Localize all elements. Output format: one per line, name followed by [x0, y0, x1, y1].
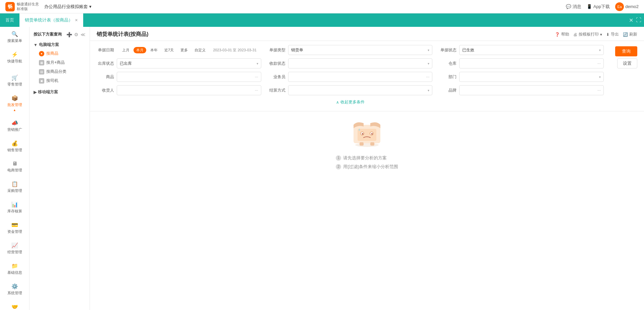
- warehouse-filter-cell: 仓库 ···: [439, 58, 604, 68]
- svg-point-6: [371, 133, 373, 135]
- scheme-by-goods[interactable]: ● 按商品: [30, 49, 90, 58]
- collapse-icon: ∧: [336, 100, 339, 105]
- salesperson-select[interactable]: ···: [288, 72, 433, 82]
- help-icon: ❓: [555, 32, 560, 37]
- topbar: 畅 畅捷通好生意 标准版 办公用品行业模拟账套 ▾ 💬 消息 📱 App下载 E…: [0, 0, 644, 13]
- page-actions: ❓ 帮助 🖨 按模板打印 ▾ ⬇ 导出 🔄 刷新: [555, 32, 637, 37]
- maximize-icon[interactable]: ⛶: [636, 17, 641, 23]
- date-tab-custom[interactable]: 自定义: [192, 47, 208, 53]
- logo-icon: 畅: [5, 2, 15, 11]
- export-button[interactable]: ⬇ 导出: [606, 32, 619, 37]
- edit-scheme-button[interactable]: ⚙: [74, 32, 78, 37]
- doc-status-select[interactable]: 已生效 ▾: [459, 45, 604, 55]
- user-menu[interactable]: Ea demo2: [615, 2, 639, 11]
- add-scheme-button[interactable]: ➕: [66, 32, 72, 37]
- receiver-select[interactable]: ···: [117, 85, 261, 95]
- date-tab-this-year[interactable]: 本年: [148, 47, 160, 53]
- receiver-filter-cell: 收货人 ···: [97, 85, 261, 95]
- section-inner: 1 请先选择要分析的方案 2 用[过滤]条件来缩小分析范围: [90, 111, 644, 310]
- department-label: 部门: [439, 74, 459, 80]
- recv-status-label: 收款状态: [268, 61, 288, 66]
- settlement-label: 结算方式: [268, 88, 288, 93]
- sidebar-item-retail[interactable]: 🛒 零售管理: [0, 70, 29, 91]
- doc-type-select[interactable]: 销货单 ▾: [288, 45, 433, 55]
- close-window-icon[interactable]: ✕: [629, 17, 633, 23]
- brand-filter-cell: 品牌 ···: [439, 85, 604, 95]
- department-filter-cell: 部门 ▾: [439, 72, 604, 82]
- print-icon: 🖨: [573, 32, 577, 37]
- out-status-select[interactable]: 已出库 ▾: [117, 58, 261, 68]
- svg-point-5: [362, 133, 364, 135]
- sidebar-item-wholesale[interactable]: 📦 批发管理 ▲: [0, 91, 29, 116]
- recv-status-select[interactable]: ▾: [288, 58, 433, 68]
- sidebar-item-system[interactable]: ⚙️ 系统管理: [0, 279, 29, 300]
- filter-area: 单据日期 上月 本月 本年 近7天 更多 自定义: [90, 41, 644, 111]
- settings-button[interactable]: 设置: [617, 58, 637, 68]
- date-tab-7days[interactable]: 近7天: [162, 47, 176, 53]
- app-selector[interactable]: 办公用品行业模拟账套 ▾: [42, 4, 94, 10]
- query-buttons: 查询 设置: [610, 45, 637, 68]
- out-status-value: 已出库: [120, 61, 257, 66]
- doc-status-filter-cell: 单据状态 已生效 ▾: [439, 45, 604, 55]
- main-layout: 🔍 搜索菜单 ⚡ 快捷导航 🛒 零售管理 📦 批发管理 ▲ 📣 营销推广 💰 销…: [0, 27, 644, 310]
- refresh-icon: 🔄: [623, 32, 628, 37]
- app-download-button[interactable]: 📱 App下载: [587, 4, 610, 10]
- sidebar-item-marketing[interactable]: 📣 营销推广: [0, 116, 29, 136]
- topbar-left: 畅 畅捷通好生意 标准版 办公用品行业模拟账套 ▾: [5, 2, 94, 11]
- sidebar-item-quick-nav[interactable]: ⚡ 快捷导航: [0, 47, 29, 68]
- sidebar-item-finance[interactable]: 💳 资金管理: [0, 218, 29, 238]
- collapse-bar[interactable]: ∧ 收起更多条件: [97, 97, 604, 107]
- date-tab-more[interactable]: 更多: [178, 47, 191, 53]
- department-dropdown-icon: ▾: [599, 75, 601, 79]
- sidebar-item-operations[interactable]: 📈 经营管理: [0, 238, 29, 259]
- query-button[interactable]: 查询: [615, 46, 637, 56]
- goods-label: 商品: [97, 74, 117, 80]
- mobile-scheme-label[interactable]: ▶ 移动端方案: [30, 88, 90, 96]
- sidebar-item-sales-mgmt[interactable]: 💰 销售管理: [0, 136, 29, 157]
- scheme-panel: 按以下方案查询 ➕ ⚙ ≪ ▼ 电脑端方案 ● 按商品 ▦ 按月+: [30, 27, 90, 310]
- collapse-scheme-panel-button[interactable]: ≪: [80, 32, 86, 37]
- inventory-icon: 📊: [11, 201, 18, 208]
- tab-sales-stat[interactable]: 销货单统计表（按商品） ✕: [19, 13, 83, 27]
- download-icon: 📱: [587, 4, 592, 9]
- brand-select[interactable]: ···: [459, 85, 604, 95]
- sidebar-item-search[interactable]: 🔍 搜索菜单: [0, 27, 29, 47]
- department-select[interactable]: ▾: [459, 72, 604, 82]
- tabbar: 首页 销货单统计表（按商品） ✕ ✕ ⛶: [0, 13, 644, 27]
- empty-tip-1: 1 请先选择要分析的方案: [336, 154, 398, 162]
- salesperson-filter-cell: 业务员 ···: [268, 72, 433, 82]
- date-tab-this-month[interactable]: 本月: [133, 47, 146, 53]
- doc-type-label: 单据类型: [268, 47, 288, 53]
- sidebar-item-purchase[interactable]: 📋 采购管理: [0, 177, 29, 197]
- scheme-by-goods-category[interactable]: ▤ 按商品分类: [30, 67, 90, 76]
- settlement-dropdown-icon: ▾: [428, 89, 429, 92]
- warehouse-select[interactable]: ···: [459, 58, 604, 68]
- goods-select[interactable]: ···: [117, 72, 261, 82]
- collapse-label: 收起更多条件: [340, 99, 365, 105]
- tab-home[interactable]: 首页: [0, 13, 19, 27]
- template-print-button[interactable]: 🖨 按模板打印 ▾: [573, 32, 602, 37]
- scheme-panel-actions: ➕ ⚙ ≪: [66, 32, 86, 37]
- sidebar-item-base-info[interactable]: 📁 基础信息: [0, 259, 29, 279]
- sidebar-item-enterprise[interactable]: 🤝 企业协同: [0, 300, 29, 310]
- settlement-filter-cell: 结算方式 ▾: [268, 85, 433, 95]
- out-status-label: 出库状态: [97, 61, 117, 66]
- desktop-scheme-group: ▼ 电脑端方案 ● 按商品 ▦ 按月+商品 ▤ 按商品分类 ▣ 按司机: [30, 39, 90, 87]
- doc-type-filter-cell: 单据类型 销货单 ▾: [268, 45, 433, 55]
- date-tab-last-month[interactable]: 上月: [119, 47, 132, 53]
- ecom-icon: 🖥: [12, 161, 17, 167]
- tab-close-icon[interactable]: ✕: [75, 18, 78, 22]
- sidebar-item-inventory[interactable]: 📊 库存核算: [0, 197, 29, 218]
- purchase-icon: 📋: [11, 181, 18, 187]
- desktop-scheme-label[interactable]: ▼ 电脑端方案: [30, 41, 90, 49]
- expand-desktop-icon: ▼: [34, 43, 38, 47]
- scheme-by-cashier[interactable]: ▣ 按司机: [30, 76, 90, 85]
- refresh-button[interactable]: 🔄 刷新: [623, 32, 637, 37]
- warehouse-ellipsis-icon: ···: [597, 61, 601, 66]
- scheme-by-month-goods[interactable]: ▦ 按月+商品: [30, 58, 90, 67]
- settlement-select[interactable]: ▾: [288, 85, 433, 95]
- messages-button[interactable]: 💬 消息: [566, 4, 581, 10]
- help-button[interactable]: ❓ 帮助: [555, 32, 569, 37]
- sidebar-item-ecom[interactable]: 🖥 电商管理: [0, 157, 29, 177]
- expand-icon: ▲: [13, 108, 16, 112]
